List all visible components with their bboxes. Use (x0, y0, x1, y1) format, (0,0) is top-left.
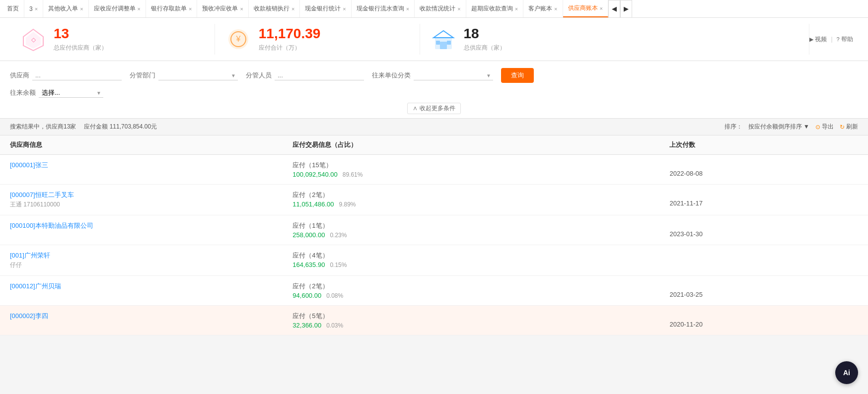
nav-tab-other-income[interactable]: 其他收入单 × (43, 0, 88, 17)
nav-tab-customer-ledger[interactable]: 客户账本 × (523, 0, 563, 17)
dept-label: 分管部门 (130, 71, 155, 80)
transaction-info: 应付（2笔） 94,600.00 0.08% (292, 282, 669, 299)
supplier-info: [000001]张三 (10, 161, 292, 170)
trans-amount: 11,051,486.00 (292, 200, 334, 208)
nav-prev-arrow[interactable]: ◀ (608, 0, 620, 18)
nav-tab-cash-stats[interactable]: 现金银行统计 × (300, 0, 351, 17)
header-supplier: 供应商信息 (10, 140, 292, 149)
svg-rect-8 (440, 42, 447, 49)
supplier-sub: 仔仔 (10, 261, 292, 269)
trans-pct: 89.61% (343, 171, 363, 178)
trans-amount: 32,366.00 (292, 322, 321, 329)
supplier-name-link[interactable]: [000100]本特勤油品有限公司 (10, 221, 292, 230)
supplier-info: [000002]李四 (10, 312, 292, 321)
trans-pct: 9.89% (339, 201, 356, 208)
search-button[interactable]: 查询 (501, 68, 534, 83)
dept-select-wrap: ▼ (158, 70, 238, 80)
close-icon[interactable]: × (457, 6, 460, 12)
stat-card-payable-suppliers: ◇ 13 总应付供应商（家） (10, 24, 215, 55)
transaction-info: 应付（2笔） 11,051,486.00 9.89% (292, 191, 669, 208)
close-icon[interactable]: × (240, 6, 243, 12)
table-row: [000007]恒旺二手叉车 王通 17106110000 应付（2笔） 11,… (0, 185, 868, 215)
nav-tab-collection-exec[interactable]: 收款核销执行 × (249, 0, 300, 17)
close-icon[interactable]: × (406, 6, 409, 12)
filter-area: 供应商 分管部门 ▼ 分管人员 往来单位分类 ▼ 查询 (0, 61, 868, 119)
stat-card-payable-amount: ¥ 11,170.39 应付合计（万） (215, 24, 420, 55)
person-input[interactable] (275, 70, 364, 80)
close-icon[interactable]: × (515, 6, 518, 12)
video-link[interactable]: ▶ 视频 (809, 35, 827, 44)
close-icon[interactable]: × (138, 6, 141, 12)
balance-select-wrap: 选择... ▼ (39, 88, 103, 98)
help-link[interactable]: ? 帮助 (837, 35, 853, 44)
supplier-name-link[interactable]: [000007]恒旺二手叉车 (10, 191, 292, 199)
balance-select[interactable]: 选择... (39, 88, 103, 98)
trans-label: 应付（2笔） (292, 282, 669, 291)
header-transaction: 应付交易信息（占比） (292, 140, 669, 149)
last-pay: 2023-01-30 (669, 221, 858, 238)
supplier-info: [000100]本特勤油品有限公司 (10, 221, 292, 230)
filter-dept: 分管部门 ▼ (130, 70, 238, 80)
close-icon[interactable]: × (80, 6, 83, 12)
result-tools: 排序： 按应付余额倒序排序 ▼ ⊙ 导出 ↻ 刷新 (724, 123, 858, 131)
refresh-icon: ↻ (840, 124, 845, 131)
top-nav: 首页 3 × 其他收入单 × 应收应付调整单 × 银行存取款单 × 预收冲应收单… (0, 0, 868, 18)
supplier-info: [001]广州荣轩 仔仔 (10, 251, 292, 269)
person-label: 分管人员 (246, 71, 272, 80)
trans-label: 应付（1笔） (292, 221, 669, 230)
trans-pct: 0.15% (330, 262, 347, 268)
stat-info-payable-amount: 11,170.39 应付合计（万） (259, 26, 321, 52)
balance-label: 往来余额 (10, 88, 36, 97)
supplier-input[interactable] (32, 70, 122, 80)
stat-value-total-suppliers: 18 (464, 26, 506, 42)
refresh-button[interactable]: ↻ 刷新 (840, 123, 858, 131)
supplier-name-link[interactable]: [001]广州荣轩 (10, 251, 292, 260)
nav-tab-prepay-offset[interactable]: 预收冲应收单 × (197, 0, 248, 17)
collapse-button[interactable]: ∧ 收起更多条件 (407, 103, 460, 114)
nav-tab-3[interactable]: 3 × (24, 0, 43, 17)
svg-rect-9 (436, 41, 440, 45)
trans-pct: 0.23% (330, 232, 347, 239)
nav-tab-bank-deposit[interactable]: 银行存取款单 × (146, 0, 197, 17)
trans-label: 应付（2笔） (292, 191, 669, 199)
nav-tab-ar-adjustment[interactable]: 应收应付调整单 × (89, 0, 146, 17)
stat-label-total-suppliers: 总供应商（家） (464, 44, 506, 52)
nav-tab-cashflow-query[interactable]: 现金银行流水查询 × (352, 0, 415, 17)
stat-value-payable-suppliers: 13 (54, 26, 107, 42)
filter-person: 分管人员 (246, 70, 364, 80)
export-icon: ⊙ (815, 124, 820, 131)
stat-label-payable-suppliers: 总应付供应商（家） (54, 44, 107, 52)
close-icon[interactable]: × (600, 5, 603, 11)
stat-info-total-suppliers: 18 总供应商（家） (464, 26, 506, 52)
nav-next-arrow[interactable]: ▶ (620, 0, 632, 18)
sort-label: 排序： (724, 123, 742, 131)
category-select-wrap: ▼ (414, 70, 493, 80)
supplier-name-link[interactable]: [000012]广州贝瑞 (10, 282, 292, 291)
nav-tab-supplier-ledger[interactable]: 供应商账本 × (563, 0, 608, 17)
supplier-sub: 王通 17106110000 (10, 200, 292, 209)
trans-pct: 0.03% (326, 322, 343, 329)
dept-select[interactable] (158, 70, 238, 80)
close-icon[interactable]: × (189, 6, 192, 12)
close-icon[interactable]: × (343, 6, 346, 12)
close-icon[interactable]: × (291, 6, 294, 12)
supplier-name-link[interactable]: [000001]张三 (10, 161, 292, 170)
header-lastpay: 上次付数 (669, 140, 858, 149)
stat-bar: ◇ 13 总应付供应商（家） ¥ 11,170.39 应付合计（万） (0, 18, 868, 61)
close-icon[interactable]: × (35, 6, 38, 12)
export-button[interactable]: ⊙ 导出 (815, 123, 834, 131)
transaction-info: 应付（4笔） 164,635.90 0.15% (292, 251, 669, 268)
last-pay: 2021-11-17 (669, 191, 858, 207)
nav-tab-home[interactable]: 首页 (2, 0, 24, 17)
category-select[interactable] (414, 70, 493, 80)
coin-icon: ¥ (225, 26, 252, 53)
supplier-name-link[interactable]: [000002]李四 (10, 312, 292, 321)
sort-select[interactable]: 按应付余额倒序排序 ▼ (748, 123, 809, 131)
close-icon[interactable]: × (554, 6, 557, 12)
nav-tab-collection-stats[interactable]: 收款情况统计 × (415, 0, 466, 17)
nav-tab-overdue-query[interactable]: 超期应收款查询 × (466, 0, 523, 17)
table-row: [000012]广州贝瑞 应付（2笔） 94,600.00 0.08% 2021… (0, 276, 868, 306)
trans-label: 应付（15笔） (292, 161, 669, 170)
stat-info-payable-suppliers: 13 总应付供应商（家） (54, 26, 107, 52)
result-info: 搜索结果中，供应商13家 应付金额 111,703,854.00元 (10, 123, 157, 131)
